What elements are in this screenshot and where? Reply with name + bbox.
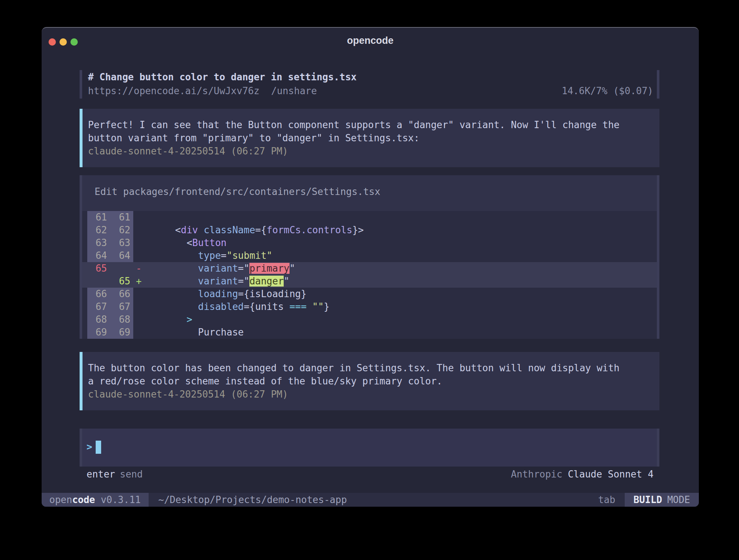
diff-marker-plus: +	[133, 275, 144, 288]
assistant-message: Perfect! I can see that the Button compo…	[80, 109, 659, 167]
diff-marker	[133, 249, 144, 262]
old-line-number: 68	[87, 313, 110, 326]
model-timestamp: claude-sonnet-4-20250514 (06:27 PM)	[88, 388, 659, 401]
diff-row: 67 67 disabled={units === ""}	[82, 300, 657, 313]
diff-marker	[133, 237, 144, 249]
token-cost-stats: 14.6K/7% ($0.07)	[562, 84, 657, 98]
added-word-highlight: danger	[249, 276, 284, 287]
code-line: <div className={formCs.controls}>	[144, 224, 364, 237]
provider-label: Anthropic	[511, 468, 562, 480]
diff-row: 62 62 <div className={formCs.controls}>	[82, 224, 657, 237]
app-version-segment: opencode v0.3.11	[42, 493, 149, 507]
new-line-number: 69	[110, 326, 133, 339]
diff-row: 69 69 Purchase	[82, 326, 657, 339]
status-bar: opencode v0.3.11 ~/Desktop/Projects/demo…	[42, 493, 699, 507]
tab-key-hint: tab	[598, 493, 615, 507]
old-line-number: 69	[87, 326, 110, 339]
new-line-number: 68	[110, 313, 133, 326]
deleted-word-highlight: primary	[249, 263, 290, 274]
diff-marker	[133, 211, 144, 224]
code-line: variant="danger"	[144, 275, 290, 288]
code-line: loading={isLoading}	[144, 288, 307, 300]
diff-row: 66 66 loading={isLoading}	[82, 288, 657, 300]
code-line: variant="primary"	[144, 262, 295, 275]
message-text: a red/rose color scheme instead of the b…	[88, 375, 659, 388]
old-line-number: 67	[87, 300, 110, 313]
code-line	[144, 211, 152, 224]
code-line: disabled={units === ""}	[144, 300, 329, 313]
model-label[interactable]: Claude Sonnet 4	[568, 468, 654, 480]
new-line-number: 62	[110, 224, 133, 237]
unshare-command[interactable]: /unshare	[271, 84, 317, 98]
old-line-number: 65	[87, 262, 110, 275]
session-header: # Change button color to danger in setti…	[80, 70, 659, 99]
diff-row-added: 65 + variant="danger"	[82, 275, 657, 288]
code-line: <Button	[144, 237, 227, 249]
diff-row: 68 68 >	[82, 313, 657, 326]
diff-marker	[133, 300, 144, 313]
diff-row-deleted: 65 - variant="primary"	[82, 262, 657, 275]
diff-row: 61 61	[82, 211, 657, 224]
mode-suffix: MODE	[667, 494, 690, 505]
message-text: button variant from "primary" to "danger…	[88, 131, 659, 145]
session-title: # Change button color to danger in setti…	[88, 70, 357, 84]
new-line-number: 65	[110, 275, 133, 288]
app-name-open: open	[49, 494, 72, 505]
new-line-number: 67	[110, 300, 133, 313]
mode-toggle[interactable]: BUILDMODE	[625, 493, 699, 507]
working-directory: ~/Desktop/Projects/demo-notes-app	[158, 493, 347, 507]
prompt-input[interactable]: >	[80, 429, 659, 467]
edit-tool-card: Edit packages/frontend/src/containers/Se…	[80, 175, 659, 339]
new-line-number: 61	[110, 211, 133, 224]
assistant-message: The button color has been changed to dan…	[80, 352, 659, 410]
old-line-number	[87, 275, 110, 288]
opencode-window: opencode # Change button color to danger…	[42, 27, 699, 506]
new-line-number	[110, 262, 133, 275]
old-line-number: 63	[87, 237, 110, 249]
diff-row: 64 64 type="submit"	[82, 249, 657, 262]
diff-marker	[133, 313, 144, 326]
window-title: opencode	[42, 28, 699, 52]
old-line-number: 62	[87, 224, 110, 237]
new-line-number: 64	[110, 249, 133, 262]
share-url[interactable]: https://opencode.ai/s/UwJxv76z	[88, 84, 260, 98]
diff-marker	[133, 326, 144, 339]
old-line-number: 66	[87, 288, 110, 300]
text-cursor	[96, 441, 101, 454]
edit-file-title: Edit packages/frontend/src/containers/Se…	[82, 175, 657, 211]
old-line-number: 61	[87, 211, 110, 224]
app-name-code: code	[72, 494, 95, 505]
model-timestamp: claude-sonnet-4-20250514 (06:27 PM)	[88, 145, 659, 158]
diff-marker	[133, 288, 144, 300]
new-line-number: 66	[110, 288, 133, 300]
app-version: v0.3.11	[95, 494, 141, 505]
prompt-chevron: >	[87, 441, 92, 452]
old-line-number: 64	[87, 249, 110, 262]
message-text: The button color has been changed to dan…	[88, 361, 659, 375]
new-line-number: 63	[110, 237, 133, 249]
diff-row: 63 63 <Button	[82, 237, 657, 249]
code-line: >	[144, 313, 192, 326]
diff-marker-minus: -	[133, 262, 144, 275]
message-text: Perfect! I can see that the Button compo…	[88, 118, 659, 131]
mode-name: BUILD	[633, 494, 662, 505]
enter-key-hint: enter	[87, 468, 115, 480]
title-bar: opencode	[42, 28, 699, 52]
code-line: Purchase	[144, 326, 244, 339]
code-line: type="submit"	[144, 249, 272, 262]
hints-row: enter send Anthropic Claude Sonnet 4	[80, 468, 659, 480]
send-hint: send	[120, 468, 143, 480]
diff-marker	[133, 224, 144, 237]
